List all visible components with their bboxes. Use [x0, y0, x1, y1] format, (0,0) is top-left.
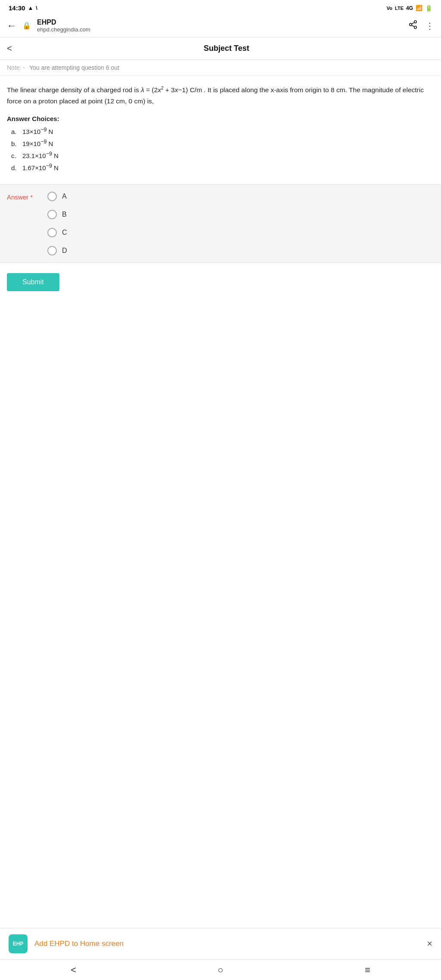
radio-option-a[interactable]: A — [47, 192, 434, 201]
battery-icon: 🔋 — [425, 5, 432, 12]
choice-c-value: 23.1×10−9 N — [22, 151, 59, 159]
note-bar: Note: - You are attempting question 6 ou… — [0, 60, 441, 76]
nav-menu-button[interactable]: ≡ — [348, 962, 388, 978]
volte-icon: Vo — [387, 6, 392, 11]
browser-url: EHPD ehpd.cheggindia.com — [37, 19, 402, 33]
site-url: ehpd.cheggindia.com — [37, 26, 402, 33]
choice-d-letter: d. — [11, 164, 19, 171]
choice-a: a. 13×10−9 N — [11, 127, 434, 135]
radio-label-d: D — [62, 247, 67, 255]
radio-circle-d — [47, 246, 57, 255]
choice-c-letter: c. — [11, 152, 19, 159]
status-left: 14:30 ▲ \ — [9, 4, 37, 12]
network-4g-icon: 4G — [406, 5, 413, 11]
choice-a-letter: a. — [11, 128, 19, 135]
answer-label: Answer — [7, 193, 28, 201]
choice-b: b. 19×10−9 N — [11, 139, 434, 147]
share-icon[interactable] — [408, 20, 418, 31]
choice-b-letter: b. — [11, 140, 19, 147]
radio-option-c[interactable]: C — [47, 228, 434, 237]
question-text: The linear charge density of a charged r… — [7, 84, 434, 106]
banner-icon: EHP — [9, 934, 28, 953]
nav-back-button[interactable]: < — [53, 962, 93, 978]
lte-icon: LTE — [395, 6, 404, 11]
note-text: You are attempting question 6 out — [29, 64, 119, 71]
choice-c: c. 23.1×10−9 N — [11, 151, 434, 159]
answer-section: Answer * A B C D — [0, 184, 441, 263]
banner-close-button[interactable]: × — [427, 938, 432, 949]
choices-list: a. 13×10−9 N b. 19×10−9 N c. 23.1×10−9 N… — [7, 127, 434, 171]
bottom-nav: < ○ ≡ — [0, 959, 441, 980]
status-right: Vo LTE 4G 📶 🔋 — [387, 5, 432, 12]
bottom-banner: EHP Add EHPD to Home screen × — [0, 928, 441, 959]
banner-text: Add EHPD to Home screen — [34, 940, 420, 948]
more-options-icon[interactable]: ⋮ — [425, 21, 434, 31]
choice-d: d. 1.67×10−9 N — [11, 163, 434, 171]
submit-area: Submit — [0, 263, 441, 302]
lock-icon: 🔒 — [22, 22, 31, 30]
radio-circle-c — [47, 228, 57, 237]
svg-line-4 — [412, 22, 414, 24]
browser-bar: ← 🔒 EHPD ehpd.cheggindia.com ⋮ — [0, 14, 441, 37]
radio-label-b: B — [62, 211, 67, 218]
required-marker: * — [28, 193, 33, 201]
question-area: The linear charge density of a charged r… — [0, 76, 441, 184]
svg-line-3 — [412, 25, 414, 27]
page-header: < Subject Test — [0, 37, 441, 60]
choice-b-value: 19×10−9 N — [22, 139, 53, 147]
answer-label-col: Answer * — [0, 185, 47, 209]
empty-spacer — [0, 302, 441, 775]
choice-d-value: 1.67×10−9 N — [22, 163, 59, 171]
radio-option-b[interactable]: B — [47, 210, 434, 219]
choice-a-value: 13×10−9 N — [22, 127, 53, 135]
answer-options-col: A B C D — [47, 185, 441, 262]
browser-back-button[interactable]: ← — [7, 20, 16, 31]
submit-button[interactable]: Submit — [7, 273, 59, 291]
radio-option-d[interactable]: D — [47, 246, 434, 255]
nav-home-button[interactable]: ○ — [200, 962, 240, 978]
alert-icon: ▲ — [28, 5, 33, 11]
note-label: Note: - — [7, 64, 25, 71]
page-title: Subject Test — [19, 44, 434, 53]
browser-actions: ⋮ — [408, 20, 434, 31]
radio-label-a: A — [62, 193, 67, 200]
status-time: 14:30 — [9, 4, 25, 12]
page-back-button[interactable]: < — [7, 44, 12, 53]
answer-choices-label: Answer Choices: — [7, 115, 434, 122]
radio-circle-a — [47, 192, 57, 201]
site-name: EHPD — [37, 19, 402, 26]
radio-circle-b — [47, 210, 57, 219]
status-bar: 14:30 ▲ \ Vo LTE 4G 📶 🔋 — [0, 0, 441, 14]
signal-slash-icon: \ — [36, 5, 37, 11]
radio-label-c: C — [62, 229, 67, 236]
signal-bars-icon: 📶 — [416, 5, 422, 11]
